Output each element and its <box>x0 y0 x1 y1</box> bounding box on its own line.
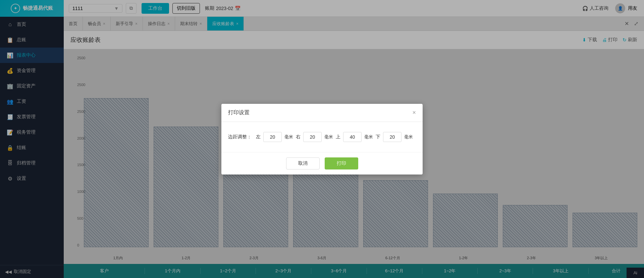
cancel-button[interactable]: 取消 <box>286 157 320 169</box>
bottom-margin-input[interactable] <box>383 132 401 142</box>
modal-title: 打印设置 <box>228 109 250 116</box>
modal-header: 打印设置 × <box>221 104 423 122</box>
left-margin-input[interactable] <box>263 132 282 142</box>
left-unit: 毫米 <box>284 134 293 140</box>
bottom-unit: 毫米 <box>404 134 413 140</box>
confirm-print-button[interactable]: 打印 <box>325 157 358 169</box>
bottom-direction-label: 下 <box>376 134 380 140</box>
right-direction-label: 右 <box>296 134 301 140</box>
modal-body: 边距调整： 左 毫米 右 毫米 上 毫米 下 毫米 <box>221 122 423 152</box>
margin-settings: 边距调整： 左 毫米 右 毫米 上 毫米 下 毫米 <box>228 132 416 142</box>
right-unit: 毫米 <box>324 134 333 140</box>
top-margin-input[interactable] <box>343 132 362 142</box>
modal-footer: 取消 打印 <box>221 152 423 175</box>
modal-overlay: 打印设置 × 边距调整： 左 毫米 右 毫米 上 毫米 下 毫米 取消 打印 <box>0 0 644 278</box>
right-margin-input[interactable] <box>303 132 322 142</box>
top-direction-label: 上 <box>336 134 340 140</box>
margin-label: 边距调整： <box>228 134 252 140</box>
left-direction-label: 左 <box>256 134 261 140</box>
top-unit: 毫米 <box>364 134 373 140</box>
print-dialog: 打印设置 × 边距调整： 左 毫米 右 毫米 上 毫米 下 毫米 取消 打印 <box>221 104 423 175</box>
modal-close-button[interactable]: × <box>412 110 416 116</box>
